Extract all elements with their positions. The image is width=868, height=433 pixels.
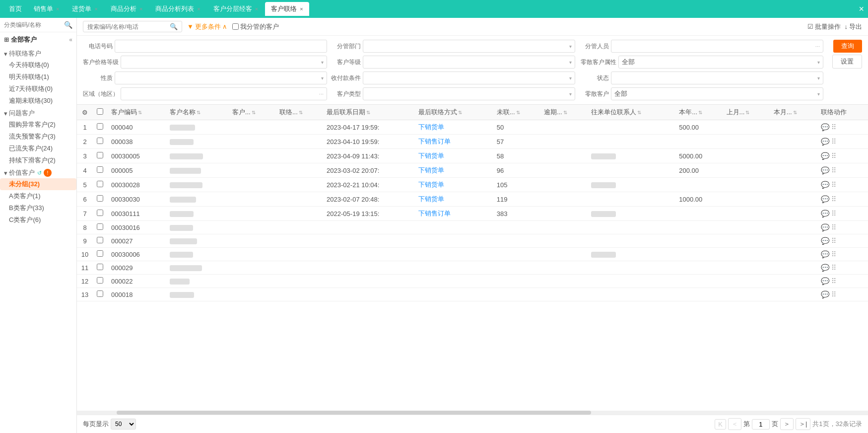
sidebar-item-lost[interactable]: 已流失客户(24) xyxy=(0,143,76,154)
nav-tab-sales[interactable]: 销售单 × xyxy=(28,2,65,16)
query-button[interactable]: 查询 xyxy=(833,40,862,53)
search-icon[interactable]: 🔍 xyxy=(170,23,178,30)
more-actions-icon[interactable]: ⠿ xyxy=(831,250,836,258)
message-icon[interactable]: 💬 xyxy=(821,210,829,217)
customer-type-select[interactable]: ▾ xyxy=(363,87,575,100)
row-checkbox[interactable] xyxy=(97,195,103,202)
page-size-select[interactable]: 50 100 200 xyxy=(111,419,136,430)
more-actions-icon[interactable]: ⠿ xyxy=(831,237,836,245)
region-input[interactable]: ··· xyxy=(121,87,327,100)
nav-tab-customer-contact[interactable]: 客户联络 × xyxy=(265,2,309,16)
col-last-month[interactable]: 上月...⇅ xyxy=(723,105,770,120)
sidebar-item-today[interactable]: 今天待联络(0) xyxy=(0,59,76,71)
contact-type-link[interactable]: 下销货单 xyxy=(418,166,444,174)
col-type[interactable]: 客户...⇅ xyxy=(228,105,275,120)
nav-tab-analysis[interactable]: 商品分析 × xyxy=(105,2,148,16)
sidebar-item-warning[interactable]: 流失预警客户(3) xyxy=(0,131,76,143)
customer-grade-select[interactable]: ▾ xyxy=(363,56,575,69)
sidebar-group-waiting[interactable]: ▾ 待联络客户 xyxy=(0,47,76,59)
row-checkbox[interactable] xyxy=(97,223,103,230)
col-last-date[interactable]: 最后联系日期⇅ xyxy=(323,105,414,120)
collapse-sidebar-btn[interactable]: « xyxy=(69,36,72,43)
message-icon[interactable]: 💬 xyxy=(821,195,829,203)
contact-type-link[interactable]: 下销货单 xyxy=(418,152,444,159)
sidebar-search-input[interactable] xyxy=(4,21,64,28)
message-icon[interactable]: 💬 xyxy=(821,277,829,285)
row-checkbox[interactable] xyxy=(97,123,103,130)
col-this-year[interactable]: 本年...⇅ xyxy=(675,105,722,120)
message-icon[interactable]: 💬 xyxy=(821,123,829,131)
message-icon[interactable]: 💬 xyxy=(821,290,829,298)
more-actions-icon[interactable]: ⠿ xyxy=(831,277,836,285)
col-last-type[interactable]: 最后联络方式⇅ xyxy=(414,105,492,120)
sidebar-item-classB[interactable]: B类客户(33) xyxy=(0,202,76,214)
message-icon[interactable]: 💬 xyxy=(821,264,829,272)
col-overdue[interactable]: 逾期...⇅ xyxy=(540,105,587,120)
row-checkbox[interactable] xyxy=(97,152,103,158)
sidebar-item-classA[interactable]: A类客户(1) xyxy=(0,190,76,202)
nav-tab-purchase[interactable]: 进货单 × xyxy=(66,2,103,16)
retail-attr-select[interactable]: 全部▾ xyxy=(618,56,823,69)
last-page-btn[interactable]: ＞| xyxy=(796,418,810,430)
close-analysis-tab[interactable]: × xyxy=(139,6,142,12)
row-checkbox[interactable] xyxy=(97,250,103,257)
nav-tab-customer-layer[interactable]: 客户分层经客 × xyxy=(207,2,264,16)
sidebar-item-tomorrow[interactable]: 明天待联络(1) xyxy=(0,71,76,83)
price-grade-select[interactable]: ▾ xyxy=(121,56,327,69)
person-input[interactable]: ··· xyxy=(611,40,823,53)
next-page-btn[interactable]: ＞ xyxy=(780,418,794,430)
page-input[interactable] xyxy=(752,419,770,430)
message-icon[interactable]: 💬 xyxy=(821,138,829,145)
col-not-contact[interactable]: 未联...⇅ xyxy=(493,105,540,120)
col-checkbox-all[interactable] xyxy=(93,105,107,120)
close-customer-layer-tab[interactable]: × xyxy=(255,6,258,12)
my-customers-checkbox[interactable]: 我分管的客户 xyxy=(232,22,279,31)
sidebar-item-abnormal[interactable]: 囤购异常客户(2) xyxy=(0,119,76,131)
contact-type-link[interactable]: 下销售订单 xyxy=(418,210,451,217)
more-actions-icon[interactable]: ⠿ xyxy=(831,195,836,203)
prev-page-btn[interactable]: ＜ xyxy=(728,418,741,430)
more-actions-icon[interactable]: ⠿ xyxy=(831,264,836,272)
message-icon[interactable]: 💬 xyxy=(821,166,829,174)
home-tab[interactable]: 首页 xyxy=(4,2,27,16)
close-customer-contact-tab[interactable]: × xyxy=(300,6,303,12)
row-checkbox[interactable] xyxy=(97,264,103,270)
row-checkbox[interactable] xyxy=(97,181,103,187)
search-input[interactable] xyxy=(87,23,168,30)
nature-select[interactable]: ▾ xyxy=(115,72,327,84)
close-analysis-list-tab[interactable]: × xyxy=(197,6,200,12)
contact-type-link[interactable]: 下销货单 xyxy=(418,123,444,131)
dept-select[interactable]: ▾ xyxy=(363,40,575,53)
more-conditions-btn[interactable]: ▼ 更多条件 ∧ xyxy=(187,22,227,31)
first-page-btn[interactable]: K xyxy=(715,419,726,430)
all-customers-title[interactable]: ⊞ 全部客户 « xyxy=(0,32,76,47)
window-close-button[interactable]: × xyxy=(859,4,864,13)
phone-input[interactable] xyxy=(115,40,327,53)
message-icon[interactable]: 💬 xyxy=(821,250,829,258)
more-actions-icon[interactable]: ⠿ xyxy=(831,223,836,231)
select-all-checkbox[interactable] xyxy=(97,108,103,115)
payment-select[interactable]: ▾ xyxy=(363,72,575,84)
col-this-month[interactable]: 本月...⇅ xyxy=(770,105,817,120)
message-icon[interactable]: 💬 xyxy=(821,237,829,245)
more-actions-icon[interactable]: ⠿ xyxy=(831,290,836,298)
settings-icon[interactable]: ⚙ xyxy=(82,109,88,116)
row-checkbox[interactable] xyxy=(97,210,103,216)
horizontal-scrollbar[interactable] xyxy=(77,411,868,415)
sidebar-item-declining[interactable]: 持续下滑客户(2) xyxy=(0,154,76,166)
my-customers-check[interactable] xyxy=(232,23,239,30)
col-settings[interactable]: ⚙ xyxy=(77,105,93,120)
batch-ops-btn[interactable]: ☑ 批量操作 xyxy=(807,22,841,31)
message-icon[interactable]: 💬 xyxy=(821,223,829,231)
contact-type-link[interactable]: 下销售订单 xyxy=(418,138,451,145)
sidebar-group-value[interactable]: ▾ 价值客户 ↺ ! xyxy=(0,166,76,178)
more-actions-icon[interactable]: ⠿ xyxy=(831,181,836,189)
message-icon[interactable]: 💬 xyxy=(821,152,829,160)
sidebar-item-7days[interactable]: 近7天待联络(0) xyxy=(0,83,76,95)
col-name[interactable]: 客户名称⇅ xyxy=(166,105,228,120)
sidebar-search-icon[interactable]: 🔍 xyxy=(64,21,72,29)
col-inter-unit[interactable]: 往来单位联系人⇅ xyxy=(587,105,675,120)
reset-button[interactable]: 设置 xyxy=(832,55,862,69)
col-contact[interactable]: 联络...⇅ xyxy=(275,105,323,120)
close-purchase-tab[interactable]: × xyxy=(94,6,97,12)
